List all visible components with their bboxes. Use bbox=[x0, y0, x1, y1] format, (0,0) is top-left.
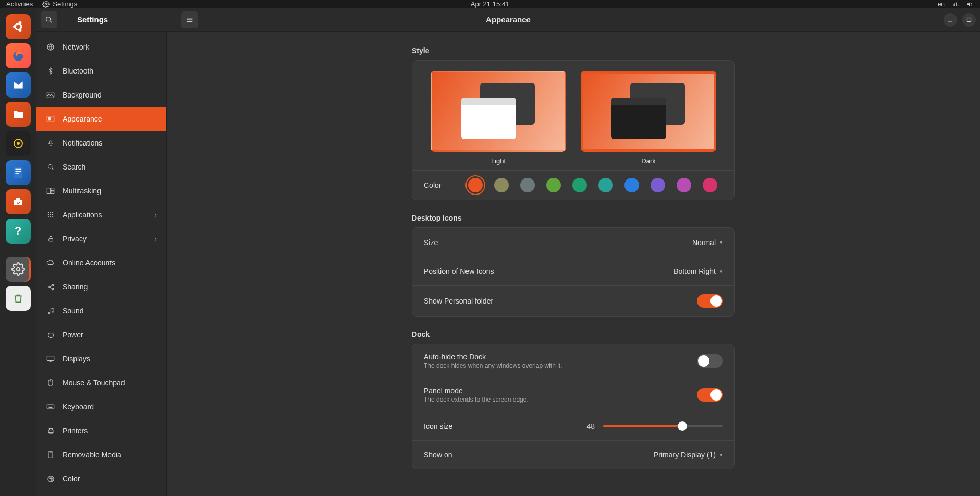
sidebar-item-mouse-touchpad[interactable]: Mouse & Touchpad bbox=[36, 371, 166, 395]
dock-trash-icon[interactable] bbox=[6, 286, 31, 311]
dock-settings-icon[interactable] bbox=[6, 257, 31, 282]
language-indicator[interactable]: en bbox=[938, 1, 945, 8]
svg-rect-14 bbox=[187, 18, 193, 18]
dock-help-icon[interactable]: ? bbox=[6, 219, 31, 244]
chevron-down-icon: ▾ bbox=[720, 239, 723, 246]
sidebar-item-label: Multitasking bbox=[63, 187, 101, 195]
dock-iconsize-slider[interactable] bbox=[603, 425, 723, 427]
sidebar-item-appearance[interactable]: Appearance bbox=[36, 107, 166, 131]
style-option-dark[interactable]: Dark bbox=[581, 71, 716, 165]
icon-position-label: Position of New Icons bbox=[424, 267, 673, 275]
autohide-row: Auto-hide the Dock The dock hides when a… bbox=[412, 344, 734, 378]
sidebar-item-label: Color bbox=[63, 475, 80, 483]
minimize-button[interactable] bbox=[944, 13, 957, 27]
sidebar-item-label: Displays bbox=[63, 355, 90, 363]
color-swatch[interactable] bbox=[468, 178, 483, 192]
showon-row[interactable]: Show on Primary Display (1)▾ bbox=[412, 440, 734, 469]
sidebar-item-sound[interactable]: Sound bbox=[36, 299, 166, 323]
panelmode-toggle[interactable] bbox=[697, 388, 723, 402]
personal-folder-toggle[interactable] bbox=[697, 294, 723, 308]
sidebar-item-displays[interactable]: Displays bbox=[36, 347, 166, 371]
icon-size-row[interactable]: Size Normal▾ bbox=[412, 228, 734, 257]
lock-icon bbox=[46, 234, 55, 244]
clock[interactable]: Apr 21 15:41 bbox=[471, 0, 509, 8]
window-titlebar: Settings Appearance bbox=[36, 8, 980, 32]
color-swatch[interactable] bbox=[703, 178, 717, 192]
svg-rect-42 bbox=[47, 356, 54, 361]
svg-rect-44 bbox=[47, 405, 54, 409]
network-icon[interactable] bbox=[952, 1, 959, 8]
sidebar-item-background[interactable]: Background bbox=[36, 83, 166, 107]
page-title: Appearance bbox=[486, 15, 531, 24]
color-swatch[interactable] bbox=[494, 178, 509, 192]
color-swatch[interactable] bbox=[520, 178, 535, 192]
sidebar-item-label: Notifications bbox=[63, 139, 102, 147]
personal-folder-label: Show Personal folder bbox=[424, 297, 697, 305]
mouse-icon bbox=[46, 378, 55, 388]
color-swatch[interactable] bbox=[598, 178, 613, 192]
sidebar-item-applications[interactable]: Applications› bbox=[36, 203, 166, 227]
color-swatch[interactable] bbox=[677, 178, 691, 192]
sidebar-item-removable-media[interactable]: Removable Media bbox=[36, 443, 166, 467]
maximize-button[interactable] bbox=[962, 13, 976, 27]
icon-position-row[interactable]: Position of New Icons Bottom Right▾ bbox=[412, 257, 734, 285]
sidebar-item-notifications[interactable]: Notifications bbox=[36, 131, 166, 155]
svg-point-7 bbox=[17, 142, 20, 145]
ubuntu-dock: ? bbox=[0, 8, 36, 496]
svg-point-33 bbox=[48, 216, 49, 217]
sidebar-item-color[interactable]: Color bbox=[36, 467, 166, 491]
display-icon bbox=[46, 354, 55, 364]
sidebar-item-online-accounts[interactable]: Online Accounts bbox=[36, 251, 166, 275]
svg-rect-45 bbox=[48, 430, 53, 432]
dock-software-icon[interactable] bbox=[6, 189, 31, 214]
dock-writer-icon[interactable] bbox=[6, 160, 31, 185]
sidebar-item-search[interactable]: Search bbox=[36, 155, 166, 179]
image-icon bbox=[46, 90, 55, 100]
menu-button[interactable] bbox=[181, 11, 198, 28]
volume-icon[interactable] bbox=[966, 1, 974, 8]
color-swatch[interactable] bbox=[572, 178, 587, 192]
dock-firefox-icon[interactable] bbox=[6, 43, 31, 68]
dock-thunderbird-icon[interactable] bbox=[6, 72, 31, 98]
sidebar-item-network[interactable]: Network bbox=[36, 35, 166, 59]
svg-point-41 bbox=[52, 311, 53, 313]
autohide-toggle[interactable] bbox=[697, 354, 723, 368]
panelmode-row: Panel mode The dock extends to the scree… bbox=[412, 378, 734, 412]
svg-rect-26 bbox=[51, 191, 54, 194]
svg-rect-10 bbox=[15, 171, 21, 172]
dock-rhythmbox-icon[interactable] bbox=[6, 131, 31, 156]
svg-rect-25 bbox=[51, 188, 54, 191]
main-content: Style Light bbox=[167, 32, 980, 496]
sidebar-item-printers[interactable]: Printers bbox=[36, 419, 166, 443]
sidebar-item-label: Sound bbox=[63, 307, 83, 315]
sidebar-item-bluetooth[interactable]: Bluetooth bbox=[36, 59, 166, 83]
style-option-light[interactable]: Light bbox=[431, 71, 566, 165]
sidebar-item-label: Power bbox=[63, 331, 83, 339]
color-swatch[interactable] bbox=[546, 178, 561, 192]
dock-ubuntu-icon[interactable] bbox=[6, 14, 31, 39]
color-swatch[interactable] bbox=[624, 178, 639, 192]
style-heading: Style bbox=[412, 46, 735, 55]
panelmode-sub: The dock extends to the screen edge. bbox=[424, 396, 697, 403]
activities-button[interactable]: Activities bbox=[6, 0, 33, 8]
sidebar-item-keyboard[interactable]: Keyboard bbox=[36, 395, 166, 419]
share-icon bbox=[46, 282, 55, 292]
color-swatch[interactable] bbox=[651, 178, 665, 192]
sidebar-item-privacy[interactable]: Privacy› bbox=[36, 227, 166, 251]
dock-files-icon[interactable] bbox=[6, 102, 31, 127]
printer-icon bbox=[46, 426, 55, 435]
sidebar-item-power[interactable]: Power bbox=[36, 323, 166, 347]
svg-point-0 bbox=[45, 3, 47, 5]
svg-point-12 bbox=[16, 268, 20, 271]
svg-point-48 bbox=[49, 477, 50, 478]
sidebar-item-sharing[interactable]: Sharing bbox=[36, 275, 166, 299]
topbar-app[interactable]: Settings bbox=[42, 0, 77, 8]
svg-point-30 bbox=[48, 214, 49, 215]
dock-panel: Auto-hide the Dock The dock hides when a… bbox=[412, 344, 735, 469]
media-icon bbox=[46, 450, 55, 459]
power-icon bbox=[46, 330, 55, 340]
color-icon bbox=[46, 474, 55, 483]
sidebar-item-multitasking[interactable]: Multitasking bbox=[36, 179, 166, 203]
search-button[interactable] bbox=[41, 11, 57, 28]
icon-position-value: Bottom Right bbox=[673, 267, 716, 275]
